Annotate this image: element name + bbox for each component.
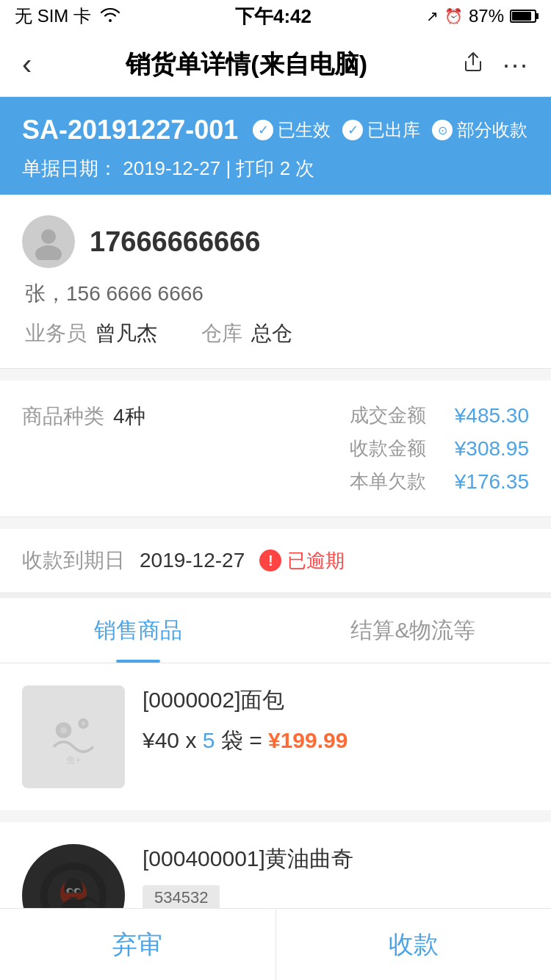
status-bar: 无 SIM 卡 下午4:42 ↗ ⏰ 87% — [0, 0, 551, 32]
avatar — [22, 215, 75, 268]
product-sku-2: 534532 — [143, 885, 220, 910]
share-icon[interactable] — [461, 50, 485, 79]
clock-icon: ⊙ — [432, 120, 453, 140]
collected-row: 收款金额 ¥308.95 — [350, 436, 529, 461]
battery-text: 87% — [469, 6, 504, 26]
svg-point-13 — [69, 890, 73, 893]
badge-effected: ✓ 已生效 — [253, 118, 331, 142]
status-bar-right: ↗ ⏰ 87% — [426, 6, 536, 26]
date-label: 单据日期： — [22, 157, 118, 179]
tab-settlement-label: 结算&物流等 — [350, 616, 475, 646]
customer-contact: 张，156 6666 6666 — [22, 280, 529, 308]
location-icon: ↗ — [426, 7, 439, 25]
order-id: SA-20191227-001 — [22, 115, 238, 145]
summary-section: 商品种类 4种 成交金额 ¥485.30 收款金额 ¥308.95 本单欠款 ¥… — [0, 381, 551, 517]
tab-underline — [116, 660, 160, 663]
owed-row: 本单欠款 ¥176.35 — [350, 469, 529, 494]
svg-point-1 — [35, 245, 62, 260]
order-date-info: 单据日期： 2019-12-27 | 打印 2 次 — [22, 156, 529, 181]
nav-bar: ‹ 销货单详情(来自电脑) ··· — [0, 32, 551, 97]
print-info: | 打印 2 次 — [226, 157, 314, 179]
bottom-bar: 弃审 收款 — [0, 908, 551, 980]
svg-point-5 — [82, 721, 85, 725]
product-name-1: [0000002]面包 — [143, 685, 529, 716]
order-date: 2019-12-27 — [123, 157, 220, 179]
product-unit-1: 袋 — [221, 728, 243, 752]
page-title: 销货单详情(来自电脑) — [126, 48, 367, 82]
cancel-button[interactable]: 弃审 — [0, 909, 276, 980]
product-total-1: ¥199.99 — [268, 728, 347, 752]
more-button[interactable]: ··· — [503, 49, 529, 80]
product-price-row-1: ¥40 x 5 袋 = ¥199.99 — [143, 726, 529, 756]
svg-point-0 — [41, 229, 56, 244]
wifi-icon — [100, 6, 120, 26]
customer-row: 17666666666 — [22, 215, 529, 268]
tab-products[interactable]: 销售商品 — [0, 598, 276, 663]
status-bar-time: 下午4:42 — [235, 4, 311, 29]
svg-point-14 — [76, 890, 80, 893]
customer-section: 17666666666 张，156 6666 6666 业务员 曾凡杰 仓库 总… — [0, 195, 551, 369]
svg-rect-15 — [64, 893, 83, 897]
carrier-text: 无 SIM 卡 — [15, 4, 91, 28]
tab-settlement[interactable]: 结算&物流等 — [276, 598, 551, 663]
amounts: 成交金额 ¥485.30 收款金额 ¥308.95 本单欠款 ¥176.35 — [350, 403, 529, 494]
order-header-banner: SA-20191227-001 ✓ 已生效 ✓ 已出库 ⊙ 部分收款 单据日期：… — [0, 97, 551, 195]
badge-dispatched: ✓ 已出库 — [342, 118, 420, 142]
overdue-badge: ! 已逾期 — [259, 548, 345, 574]
product-types: 商品种类 4种 — [22, 403, 145, 430]
overdue-icon: ! — [259, 550, 281, 572]
customer-meta: 业务员 曾凡杰 仓库 总仓 — [22, 320, 529, 347]
check-icon-1: ✓ — [253, 120, 273, 140]
nav-bar-left: ‹ — [22, 48, 32, 81]
status-bar-left: 无 SIM 卡 — [15, 4, 120, 28]
product-image-1: 鱼+ — [22, 685, 125, 788]
svg-text:鱼+: 鱼+ — [66, 755, 81, 765]
product-details-1: [0000002]面包 ¥40 x 5 袋 = ¥199.99 — [143, 685, 529, 756]
sales-person: 业务员 曾凡杰 — [25, 320, 157, 347]
overdue-text: 已逾期 — [287, 548, 345, 574]
customer-phone: 17666666666 — [90, 226, 260, 258]
due-date-section: 收款到期日 2019-12-27 ! 已逾期 — [0, 529, 551, 598]
tab-products-label: 销售商品 — [94, 616, 182, 646]
warehouse: 仓库 总仓 — [201, 320, 292, 347]
svg-point-3 — [60, 727, 67, 734]
check-icon-2: ✓ — [342, 120, 363, 140]
product-price-1: ¥40 — [143, 728, 179, 752]
product-qty-1: 5 — [203, 728, 215, 752]
back-button[interactable]: ‹ — [22, 48, 32, 81]
product-name-2: [000400001]黄油曲奇 — [143, 844, 529, 874]
tabs: 销售商品 结算&物流等 — [0, 598, 551, 663]
nav-bar-right: ··· — [461, 49, 529, 80]
alarm-icon: ⏰ — [444, 7, 463, 25]
battery-icon — [510, 10, 536, 23]
badge-partial-payment: ⊙ 部分收款 — [432, 118, 527, 142]
confirm-button[interactable]: 收款 — [276, 909, 552, 980]
deal-amount-row: 成交金额 ¥485.30 — [350, 403, 529, 428]
product-item: 鱼+ [0000002]面包 ¥40 x 5 袋 = ¥199.99 — [0, 663, 551, 810]
status-badges: ✓ 已生效 ✓ 已出库 ⊙ 部分收款 — [253, 118, 527, 142]
